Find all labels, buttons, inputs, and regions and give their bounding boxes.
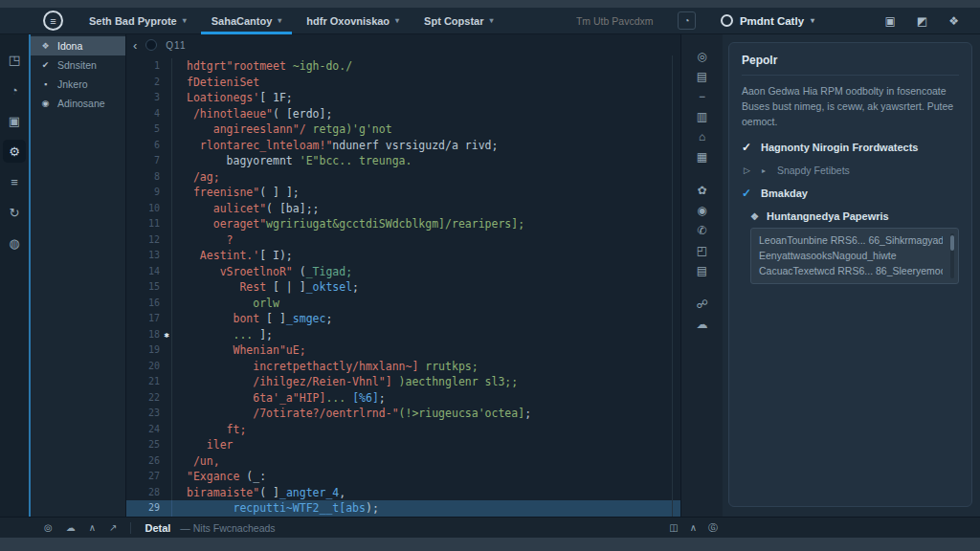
code-line[interactable]: 24 ft; bbox=[126, 422, 680, 438]
camera-icon[interactable]: ▣ bbox=[3, 109, 26, 132]
search-input[interactable] bbox=[576, 15, 668, 27]
topbar: ≡ Seth Bad Pyprote▾SahaCantoy▾hdfr Oxovn… bbox=[0, 8, 980, 34]
menu-hdfr-oxovniskao[interactable]: hdfr Oxovniskao▾ bbox=[294, 8, 412, 34]
grid-icon[interactable]: ❖ bbox=[948, 14, 959, 28]
file-item-idona[interactable]: ❖Idona bbox=[31, 36, 125, 55]
menu-spt-copstar[interactable]: Spt Copstar▾ bbox=[412, 8, 505, 34]
listbox-scrollbar[interactable] bbox=[950, 233, 954, 278]
code-line[interactable]: 5 angireeslann"/ retga)'g'not bbox=[126, 121, 680, 138]
pie-icon[interactable]: ◍ bbox=[3, 231, 26, 254]
link-icon[interactable]: ☍ bbox=[696, 294, 707, 314]
phone-icon[interactable]: ✆ bbox=[697, 220, 706, 240]
tool-strip: ◎▤−▥⌂▦✿◉✆◰▤☍☁ bbox=[680, 34, 723, 517]
menu-sahacantoy[interactable]: SahaCantoy▾ bbox=[199, 8, 295, 34]
home-icon[interactable]: ⌂ bbox=[699, 126, 705, 146]
list-item[interactable]: EenyattwasooksNagoud_hiwte bbox=[759, 248, 943, 263]
code-line[interactable]: 29 recputti~WTF2__t[abs); bbox=[126, 500, 680, 517]
code-line[interactable]: 6 rlontarec_lnteloam!"ndunerf vsrsiguzd/… bbox=[126, 138, 680, 154]
globe-icon[interactable]: ◔ bbox=[3, 78, 26, 101]
code-line[interactable]: 8 /ag; bbox=[126, 169, 680, 186]
bag-icon[interactable]: ◫ bbox=[669, 522, 678, 533]
file-item-sdnsiten[interactable]: ✔Sdnsiten bbox=[31, 55, 125, 75]
check-item-2[interactable]: ✓ Bmakday bbox=[742, 187, 959, 200]
account-menu[interactable]: Pmdnt Catly ▾ bbox=[721, 14, 814, 27]
scrollbar-thumb[interactable] bbox=[950, 235, 954, 251]
code-line[interactable]: 16 orlw bbox=[126, 296, 680, 312]
back-chevron-icon[interactable]: ‹ bbox=[133, 38, 137, 53]
minus-icon[interactable]: − bbox=[699, 86, 705, 106]
code-line[interactable]: 4 /hinotlaeue"( [erdo]; bbox=[126, 106, 680, 122]
book-icon[interactable]: ▤ bbox=[697, 260, 707, 280]
scan-button[interactable]: ◔ bbox=[678, 11, 696, 30]
caret-up-icon[interactable]: ∧ bbox=[690, 522, 697, 533]
code-line[interactable]: 9 freenisne"( ] ]; bbox=[126, 185, 680, 201]
account-label: Pmdnt Catly bbox=[740, 15, 804, 27]
line-number: 12 bbox=[126, 232, 172, 249]
chevron-down-icon: ▾ bbox=[183, 16, 187, 25]
flag-icon[interactable]: ◩ bbox=[917, 14, 927, 28]
file-tab-icon[interactable] bbox=[145, 39, 157, 51]
code-line[interactable]: 3Loationegs'[ 1F; bbox=[126, 90, 680, 106]
line-number: 2 bbox=[126, 75, 172, 91]
check-item-1[interactable]: ✓ Hagnonty Nirogin Frordwatects bbox=[742, 141, 959, 154]
target-icon[interactable]: ◎ bbox=[697, 46, 706, 66]
code-line[interactable]: 27"Exgance (_: bbox=[126, 469, 680, 485]
details-card: Pepolr Aaon Gedwa Hia RPM oodbolty in fo… bbox=[728, 42, 972, 507]
archive-icon[interactable]: ▦ bbox=[697, 146, 707, 166]
chart-icon[interactable]: ▥ bbox=[697, 106, 707, 126]
code-line[interactable]: 2fDetieniSet bbox=[126, 75, 680, 91]
image-icon[interactable]: ▤ bbox=[697, 66, 707, 86]
caret-up-icon[interactable]: ∧ bbox=[89, 522, 96, 533]
layout-icon[interactable]: ▣ bbox=[885, 14, 896, 28]
expander-icon[interactable]: ▷ bbox=[744, 165, 750, 175]
brush-icon[interactable]: ✿ bbox=[697, 180, 706, 200]
line-number: 5 bbox=[126, 121, 172, 138]
file-item-adinosane[interactable]: ◉Adinosane bbox=[31, 94, 125, 113]
cloud-icon[interactable]: ☁ bbox=[697, 314, 708, 334]
sync-icon[interactable]: ↻ bbox=[3, 201, 26, 224]
code-line[interactable]: 26 /un, bbox=[126, 453, 680, 470]
code-line[interactable]: 22 6ta'_a"HIP]... [%6]; bbox=[126, 390, 680, 407]
line-number: 9 bbox=[126, 185, 172, 201]
file-item-icon: ❖ bbox=[40, 41, 51, 51]
pin-icon[interactable]: ◉ bbox=[697, 200, 706, 220]
code-line[interactable]: 11 oeraget"wgririugat&gcctdiSWdcblkgm]/r… bbox=[126, 216, 680, 232]
code-line[interactable]: 1hdtgrt"rootmeet ~igh-do./ bbox=[126, 58, 680, 75]
code-line[interactable]: 7 bagyoremnt 'E"bcc.. treunga. bbox=[126, 153, 680, 169]
code-line[interactable]: 19 Whenian"uE; bbox=[126, 342, 680, 359]
code-line[interactable]: 15 Rest [ | ]_oktsel; bbox=[126, 279, 680, 296]
code-line[interactable]: 25 iler bbox=[126, 437, 680, 453]
code-line[interactable]: 28biramaiste"( ]_angter_4, bbox=[126, 485, 680, 501]
line-number: 25 bbox=[126, 437, 172, 453]
code-line[interactable]: 12 ? bbox=[126, 232, 680, 249]
file-item-jnkero[interactable]: ▪Jnkero bbox=[31, 75, 125, 94]
results-listbox[interactable]: LeoanTounbine RRS6... 66_SihkrmagyadEeny… bbox=[750, 228, 959, 284]
record-icon[interactable]: ◎ bbox=[44, 522, 53, 533]
code-line[interactable]: 17 bont [ ]_smgec; bbox=[126, 311, 680, 327]
file-tab-label[interactable]: Q11 bbox=[166, 40, 186, 51]
code-area[interactable]: 1hdtgrt"rootmeet ~igh-do./2fDetieniSet3L… bbox=[126, 55, 680, 517]
external-icon[interactable]: ↗ bbox=[109, 522, 117, 533]
code-line[interactable]: 21 /ihilgez/Reien-Vhnl"] )aecthnglenr sl… bbox=[126, 374, 680, 390]
g-badge-icon[interactable]: Ⓖ bbox=[708, 521, 718, 535]
code-line[interactable]: 18✱ ... ]; bbox=[126, 327, 680, 343]
cloud-icon[interactable]: ☁ bbox=[66, 522, 76, 533]
code-line[interactable]: 14 vSroetlnoR" (_Tigad; bbox=[126, 264, 680, 280]
line-number: 22 bbox=[126, 390, 172, 407]
sub-item[interactable]: ▷ ▸ Snapdy Fetibets bbox=[744, 165, 959, 176]
code-line[interactable]: 20 incretpethactly/hmxlann~] rrutkps; bbox=[126, 359, 680, 375]
check-icon-blue: ✓ bbox=[742, 187, 751, 200]
file-item-icon: ✔ bbox=[40, 60, 51, 70]
code-line[interactable]: 13 Aestint.'[ I); bbox=[126, 248, 680, 264]
menu-seth-bad-pyprote[interactable]: Seth Bad Pyprote▾ bbox=[77, 8, 199, 34]
house-icon[interactable]: ◰ bbox=[697, 240, 707, 260]
statusbar: ◎☁∧↗ Detal — Nits Fwcnacheads ◫∧Ⓖ bbox=[0, 517, 980, 538]
list-icon[interactable]: ≡ bbox=[3, 170, 26, 193]
list-item[interactable]: LeoanTounbine RRS6... 66_Sihkrmagyad bbox=[759, 232, 943, 248]
blocks-icon[interactable]: ◳ bbox=[3, 48, 26, 71]
code-line[interactable]: 10 aulicet"( [ba];; bbox=[126, 201, 680, 217]
list-item[interactable]: CacuacTexetwcd RRS6... 86_Sleeryemoowt bbox=[759, 263, 943, 278]
code-line[interactable]: 23 /7otirate?/oentrlrnd-"(!>riugeucsa'oc… bbox=[126, 406, 680, 422]
settings-icon[interactable]: ⚙ bbox=[3, 140, 26, 163]
line-number: 26 bbox=[126, 453, 172, 470]
